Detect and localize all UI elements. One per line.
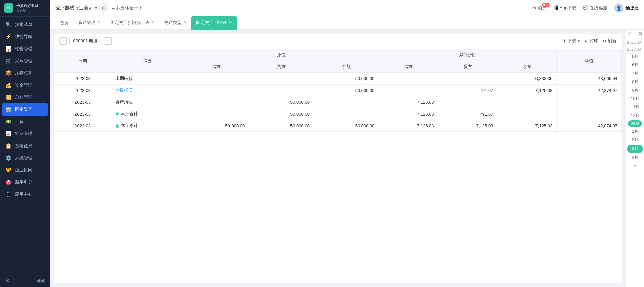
collapse-sidebar-btn[interactable]: ◀◀ [36, 277, 44, 284]
td-orig-debit: 50,000.00 [184, 120, 249, 132]
tl-month-2[interactable]: 2月 [626, 136, 644, 144]
tab-detail-ledger-close[interactable]: ✕ [229, 20, 232, 25]
td-orig-credit [249, 85, 314, 96]
sidebar-item-basics[interactable]: 📋 基础信息 [0, 140, 50, 152]
sidebar-item-ledger[interactable]: 📒 总账管理 [0, 91, 50, 103]
download-btn[interactable]: ⬇ 下载 ▾ [562, 38, 580, 44]
ledger-table: 日期 摘要 原值 累计折旧 净值 借方 贷方 余额 借方 贷方 余额 [54, 49, 622, 132]
download-action[interactable]: 📲 App下载 [553, 5, 576, 11]
tab-assets-mgmt[interactable]: 资产管理 ✕ [73, 16, 105, 30]
sidebar-item-funds[interactable]: 💰 资金管理 [0, 79, 50, 91]
tl-month-7[interactable]: 7月 [626, 69, 644, 78]
tl-month-9[interactable]: 9月 [626, 86, 644, 95]
tl-month-11[interactable]: 11月 [626, 103, 644, 111]
tl-month-10[interactable]: 10月 [626, 95, 644, 103]
th-accum-credit: 贷方 [438, 61, 497, 73]
refresh-btn[interactable]: ↻ 刷新 [603, 38, 616, 44]
tl-month-12[interactable]: 12月 [626, 111, 644, 120]
inventory-icon: 📦 [5, 70, 11, 76]
th-summary: 摘要 [111, 49, 184, 73]
timeline-expand-btn[interactable]: ⤢ [627, 31, 631, 36]
tabs-bar: 首页 资产管理 ✕ 固定资产折旧统计表 ✕ 资产类型 ✕ 固定资产明细账 ✕ [50, 16, 644, 30]
sidebar-item-quicknav[interactable]: ⚡ 快捷导航 [0, 31, 50, 43]
tab-asset-type-close[interactable]: ✕ [184, 20, 187, 25]
prev-asset-btn[interactable]: ‹ [59, 37, 67, 45]
asset-tag: 000001 电脑 [69, 37, 101, 45]
main-area: 医疗器械行业演示 ▾ ⚙ ☁ 我要体验一下 ✉ 消息 99+ 📲 App下载 💬… [50, 0, 644, 287]
username: 畅捷通 [625, 5, 639, 11]
tab-depreciation[interactable]: 固定资产折旧统计表 ✕ [105, 16, 159, 30]
td-orig-balance: 50,000.00 [314, 85, 379, 96]
td-orig-balance: 50,000.00 [314, 120, 379, 132]
sidebar-item-purchase[interactable]: 🛒 采购管理 [0, 55, 50, 67]
th-accum-balance: 余额 [497, 61, 557, 73]
print-label: 打印 [590, 38, 599, 44]
messages-action[interactable]: ✉ 消息 99+ [532, 5, 546, 11]
sidebar-item-inventory[interactable]: 📦 库存核算 [0, 67, 50, 79]
funds-icon: 💰 [5, 82, 11, 88]
sidebar-label-guide: 新手引导 [15, 179, 32, 185]
th-accumulated-depreciation: 累计折旧 [379, 49, 557, 61]
tl-year-2023[interactable]: 2023 [628, 120, 642, 127]
data-table: 日期 摘要 原值 累计折旧 净值 借方 贷方 余额 借方 贷方 余额 [54, 49, 622, 283]
collab-icon: 🤝 [5, 167, 11, 173]
sidebar-item-guide[interactable]: 🎯 新手引导 [0, 176, 50, 188]
td-accum-balance [497, 108, 557, 120]
tl-month-3[interactable]: 3月 [627, 145, 643, 153]
next-asset-btn[interactable]: › [104, 37, 112, 45]
timeline-close-btn[interactable]: ✕ [639, 31, 643, 36]
tab-depreciation-close[interactable]: ✕ [152, 20, 155, 25]
sidebar-item-collab[interactable]: 🤝 企业协同 [0, 164, 50, 176]
app-version: 普及版 [16, 8, 38, 13]
td-date: 2023-03 [54, 85, 111, 96]
tab-home-label: 首页 [60, 20, 69, 26]
tl-month-4[interactable]: 4月 [626, 153, 644, 162]
tab-depreciation-label: 固定资产折旧统计表 [110, 20, 150, 26]
td-accum-debit: 7,125.03 [379, 120, 438, 132]
topbar-user[interactable]: 👤 畅捷通 [614, 3, 639, 13]
table-row: 2023-03 计提折旧 50,000.00 791.67 7,125.03 4… [54, 85, 622, 96]
company-name: 医疗器械行业演示 [55, 5, 93, 11]
sidebar-label-basics: 基础信息 [15, 143, 32, 149]
logo-icon: 好 [4, 3, 13, 13]
timeline-down-btn[interactable]: ▼ [632, 162, 639, 170]
company-dropdown-btn[interactable]: ▾ [95, 6, 97, 10]
settings-bottom-icon[interactable]: ⚙ [5, 277, 10, 284]
sidebar-item-sales[interactable]: 📊 销售管理 [0, 43, 50, 55]
table-toolbar: ‹ 000001 电脑 › ⬇ 下载 ▾ 🖨 打印 ↻ 刷新 [54, 34, 622, 49]
topbar-right: ✉ 消息 99+ 📲 App下载 💬 在线客服 👤 畅捷通 [532, 3, 639, 13]
experience-label: 我要体验一下 [116, 5, 143, 11]
sidebar-label-purchase: 采购管理 [15, 58, 32, 64]
sidebar-item-payroll[interactable]: 💵 工资 [0, 116, 50, 128]
td-net-value: 42,874.97 [557, 85, 622, 96]
tab-assets-mgmt-close[interactable]: ✕ [98, 20, 101, 25]
td-orig-credit [249, 73, 314, 85]
tab-home[interactable]: 首页 [55, 17, 73, 29]
apps-icon: 📱 [5, 191, 11, 197]
sidebar-item-system[interactable]: ⚙️ 系统管理 [0, 152, 50, 164]
sidebar-item-operations[interactable]: 📈 经营管理 [0, 128, 50, 140]
sidebar-label-payroll: 工资 [15, 119, 24, 125]
guide-icon: 🎯 [5, 179, 11, 185]
print-btn[interactable]: 🖨 打印 [584, 38, 599, 44]
td-date: 2023-03 [54, 73, 111, 85]
tab-detail-ledger[interactable]: 固定资产明细账 ✕ [191, 16, 237, 30]
assets-icon: 🏢 [5, 106, 11, 113]
support-action[interactable]: 💬 在线客服 [583, 5, 607, 11]
sidebar-item-apps[interactable]: 📱 应用中心 [0, 188, 50, 200]
company-settings-btn[interactable]: ⚙ [99, 3, 109, 13]
th-orig-balance: 余额 [314, 61, 379, 73]
sidebar-item-search[interactable]: 🔍 搜索菜单 [0, 19, 50, 31]
refresh-icon: ↻ [603, 39, 606, 44]
tl-month-6[interactable]: 6月 [626, 61, 644, 69]
tab-asset-type[interactable]: 资产类型 ✕ [159, 16, 191, 30]
tl-month-8[interactable]: 8月 [626, 78, 644, 86]
tl-month-1[interactable]: 1月 [626, 127, 644, 136]
sidebar-label-funds: 资金管理 [15, 82, 32, 88]
search-icon: 🔍 [5, 22, 11, 28]
experience-btn[interactable]: ☁ 我要体验一下 [111, 5, 143, 11]
refresh-label: 刷新 [608, 38, 616, 44]
sidebar-label-system: 系统管理 [15, 155, 32, 161]
tl-month-5[interactable]: 5月 [626, 53, 644, 61]
sidebar-item-assets[interactable]: 🏢 固定资产 [2, 103, 48, 116]
